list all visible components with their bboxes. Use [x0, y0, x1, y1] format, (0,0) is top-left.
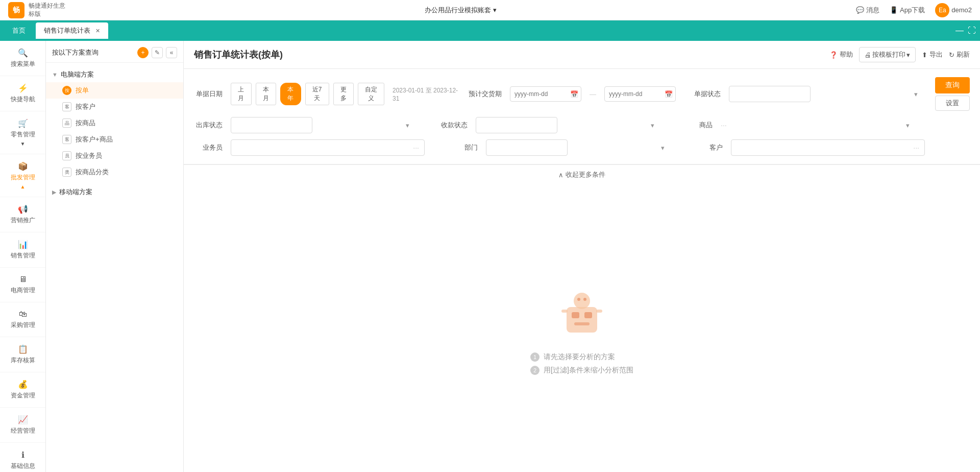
date-range-text: 2023-01-01 至 2023-12-31	[393, 86, 460, 102]
sidebar-item-inventory[interactable]: 📋 库存核算	[0, 337, 45, 372]
payment-select[interactable]	[476, 117, 557, 133]
dept-label: 部门	[449, 143, 478, 152]
date-btn-this-year[interactable]: 本年	[280, 83, 301, 105]
shipment-select[interactable]	[231, 117, 312, 133]
refresh-action[interactable]: ↻ 刷新	[949, 50, 970, 59]
user-action[interactable]: Ea demo2	[935, 3, 972, 17]
collapse-chevron-icon: ∧	[558, 171, 564, 179]
goods-dots[interactable]: ···	[721, 121, 727, 129]
add-scheme-btn[interactable]: +	[137, 47, 149, 58]
scheme-item-by-order[interactable]: 按 按单	[46, 82, 183, 99]
calendar-to-icon: 📅	[665, 90, 673, 98]
avatar: Ea	[935, 3, 949, 17]
empty-state: 1 请先选择要分析的方案 2 用[过滤]条件来缩小分析范围	[184, 184, 980, 472]
collapse-more-btn[interactable]: ∧ 收起更多条件	[184, 164, 980, 184]
salesperson-dots[interactable]: ···	[413, 144, 419, 152]
scheme-group-pc-header[interactable]: ▼ 电脑端方案	[46, 67, 183, 82]
svg-rect-4	[561, 310, 568, 313]
logo: 畅	[8, 2, 24, 18]
sidebar-item-basic-info[interactable]: ℹ 基础信息	[0, 443, 45, 472]
sidebar-item-retail[interactable]: 🛒 零售管理 ▼	[0, 111, 45, 154]
edit-scheme-btn[interactable]: ✎	[152, 47, 163, 58]
tab-sales-order-stats[interactable]: 销售订单统计表 ✕	[36, 22, 108, 39]
refresh-icon: ↻	[949, 51, 954, 59]
operations-icon: 📈	[18, 415, 28, 424]
shipment-select-wrap	[231, 117, 414, 133]
date-btn-this-month[interactable]: 本月	[256, 83, 277, 105]
status-select[interactable]	[729, 86, 811, 102]
sidebar-item-purchase[interactable]: 🛍 采购管理	[0, 302, 45, 337]
industry-dropdown[interactable]: 办公用品行业模拟账套 ▾	[425, 6, 497, 15]
minimize-btn[interactable]: —	[955, 26, 964, 35]
settings-btn[interactable]: 设置	[935, 96, 970, 111]
expected-date-label: 预计交货期	[469, 89, 502, 99]
filter-row-3: 业务员 ··· 部门 客户 ···	[194, 139, 970, 156]
filter-row-1: 单据日期 上月 本月 本年 近7天 更多 自定义 2023-01-01 至 20…	[194, 77, 970, 111]
page-title: 销售订单统计表(按单)	[194, 49, 283, 61]
message-icon: 💬	[856, 6, 864, 14]
help-action[interactable]: ❓ 帮助	[829, 50, 853, 59]
sidebar-item-sales[interactable]: 📊 销售管理	[0, 232, 45, 268]
by-salesperson-icon: 员	[62, 151, 71, 160]
date-btn-custom[interactable]: 自定义	[358, 83, 384, 105]
sidebar-item-ecommerce[interactable]: 🖥 电商管理	[0, 268, 45, 302]
marketing-icon: 📢	[18, 204, 28, 214]
status-select-wrap	[729, 86, 923, 102]
tip-num-2: 2	[530, 366, 540, 375]
scheme-item-by-salesperson[interactable]: 员 按业务员	[46, 148, 183, 164]
empty-illustration	[551, 281, 612, 344]
tab-close-icon[interactable]: ✕	[95, 28, 100, 34]
sidebar-item-wholesale[interactable]: 📦 批发管理 ▲	[0, 154, 45, 197]
svg-rect-2	[584, 312, 592, 318]
main-layout: 🔍 搜索菜单 ⚡ 快捷导航 🛒 零售管理 ▼ 📦 批发管理 ▲ 📢 营销推广 📊…	[0, 41, 980, 472]
svg-rect-1	[572, 312, 579, 318]
salesperson-field[interactable]: ···	[231, 139, 425, 156]
sidebar-item-quick-nav[interactable]: ⚡ 快捷导航	[0, 76, 45, 111]
app-icon: 📱	[890, 6, 898, 14]
query-btn[interactable]: 查询	[935, 77, 970, 93]
top-bar-left: 畅 畅捷通好生意 标版	[8, 2, 65, 18]
dept-select[interactable]	[486, 139, 568, 156]
salesperson-label: 业务员	[194, 143, 223, 152]
sidebar-item-search-menu[interactable]: 🔍 搜索菜单	[0, 41, 45, 76]
scheme-item-by-goods[interactable]: 品 按商品	[46, 115, 183, 131]
wholesale-arrow-icon: ▲	[20, 184, 26, 190]
empty-tip-2: 2 用[过滤]条件来缩小分析范围	[530, 366, 633, 375]
svg-rect-5	[596, 310, 602, 313]
payment-label: 收款状态	[439, 121, 468, 130]
top-bar-right: 💬 消息 📱 App下载 Ea demo2	[856, 3, 972, 17]
app-download-action[interactable]: 📱 App下载	[890, 6, 925, 15]
maximize-btn[interactable]: ⛶	[968, 26, 976, 35]
date-btn-last-month[interactable]: 上月	[231, 83, 252, 105]
scheme-item-by-customer-goods[interactable]: 客 按客户+商品	[46, 131, 183, 148]
tab-bar-controls: — ⛶	[955, 26, 976, 35]
status-label: 单据状态	[692, 89, 721, 99]
sidebar-item-marketing[interactable]: 📢 营销推广	[0, 197, 45, 232]
left-panel: 按以下方案查询 + ✎ « ▼ 电脑端方案 按 按单 客 按客户	[46, 41, 184, 472]
scheme-item-by-customer[interactable]: 客 按客户	[46, 99, 183, 115]
print-arrow-icon: ▾	[906, 51, 910, 59]
sidebar-item-operations[interactable]: 📈 经营管理	[0, 408, 45, 443]
date-btn-more[interactable]: 更多	[333, 83, 354, 105]
customer-dots[interactable]: ···	[913, 144, 919, 152]
wholesale-icon: 📦	[18, 161, 28, 171]
tab-home[interactable]: 首页	[4, 22, 34, 39]
filter-area: 单据日期 上月 本月 本年 近7天 更多 自定义 2023-01-01 至 20…	[184, 69, 980, 164]
customer-field[interactable]: ···	[731, 139, 925, 156]
date-label: 单据日期	[194, 89, 223, 99]
scheme-group-mobile-header[interactable]: ▶ 移动端方案	[46, 184, 183, 200]
message-action[interactable]: 💬 消息	[856, 6, 879, 15]
retail-arrow-icon: ▼	[20, 141, 26, 147]
print-action[interactable]: 🖨 按模板打印 ▾	[859, 47, 916, 62]
date-btn-7days[interactable]: 近7天	[305, 83, 329, 105]
top-bar: 畅 畅捷通好生意 标版 办公用品行业模拟账套 ▾ 💬 消息 📱 App下载 Ea…	[0, 0, 980, 20]
query-section: 查询 设置	[935, 77, 970, 111]
export-action[interactable]: ⬆ 导出	[922, 50, 943, 59]
scheme-item-by-category[interactable]: 类 按商品分类	[46, 164, 183, 180]
by-goods-icon: 品	[62, 119, 71, 128]
svg-point-6	[574, 293, 590, 309]
collapse-panel-btn[interactable]: «	[166, 47, 177, 58]
sidebar-item-finance[interactable]: 💰 资金管理	[0, 372, 45, 408]
empty-svg	[551, 281, 612, 343]
filter-row-2: 出库状态 收款状态 商品 ···	[194, 117, 970, 133]
